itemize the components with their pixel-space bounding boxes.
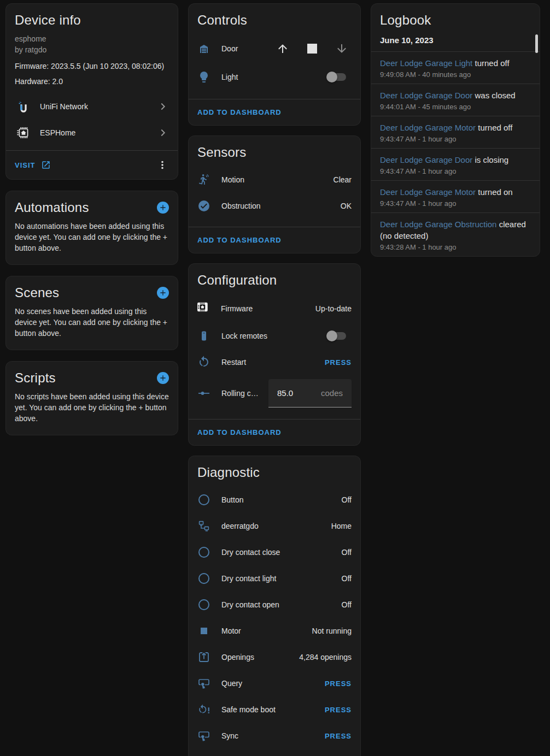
logbook-action: is closing xyxy=(475,155,508,164)
safe-mode-boot-press-button[interactable]: PRESS xyxy=(325,706,352,714)
automations-empty-text: No automations have been added using thi… xyxy=(6,220,178,264)
arrow-up-icon xyxy=(276,42,289,55)
logbook-entity-link[interactable]: Deer Lodge Garage Door xyxy=(380,155,472,164)
logbook-title: Logbook xyxy=(380,13,531,28)
configuration-add-to-dashboard-button[interactable]: ADD TO DASHBOARD xyxy=(193,423,286,442)
device-info-title: Device info xyxy=(15,13,169,28)
logbook-timestamp: 9:43:47 AM - 1 hour ago xyxy=(380,135,531,143)
controls-card: Controls Door Light A xyxy=(188,3,361,126)
chevron-right-icon xyxy=(157,127,169,139)
motion-sensor-icon xyxy=(197,173,210,186)
restart-press-button[interactable]: PRESS xyxy=(325,358,352,367)
gesture-tap-icon xyxy=(197,677,210,690)
integration-label: UniFi Network xyxy=(40,102,157,111)
scripts-card: Scripts No scripts have been added using… xyxy=(5,361,178,435)
circle-outline-icon xyxy=(197,572,210,585)
row-label: Sync xyxy=(221,731,325,740)
logbook-entity-link[interactable]: Deer Lodge Garage Light xyxy=(380,58,472,68)
logbook-entry[interactable]: Deer Lodge Garage Door was closed 9:44:0… xyxy=(371,84,540,116)
obstruction-label: Obstruction xyxy=(221,202,341,210)
logbook-date-header: June 10, 2023 xyxy=(371,31,540,51)
door-stop-button[interactable] xyxy=(306,42,319,55)
dry-contact-open-row[interactable]: Dry contact open Off xyxy=(189,592,360,618)
scripts-empty-text: No scripts have been added using this de… xyxy=(6,390,178,435)
row-value: Off xyxy=(342,600,352,609)
deerratgdo-row[interactable]: deerratgdo Home xyxy=(189,513,360,539)
logbook-timestamp: 9:43:28 AM - 1 hour ago xyxy=(380,243,531,251)
row-label: Query xyxy=(221,679,325,688)
integration-row-unifi[interactable]: UniFi Network xyxy=(6,93,178,120)
logbook-scrollbar[interactable] xyxy=(535,34,538,53)
light-label: Light xyxy=(221,73,327,81)
logbook-entry[interactable]: Deer Lodge Garage Motor turned off 9:43:… xyxy=(371,116,540,148)
light-toggle[interactable] xyxy=(327,73,346,81)
add-scene-button[interactable] xyxy=(157,287,169,299)
integration-label: ESPHome xyxy=(40,128,157,137)
motor-row[interactable]: Motor Not running xyxy=(189,618,360,644)
logbook-action: turned on xyxy=(478,187,512,197)
device-by: by ratgdo xyxy=(6,44,178,55)
garage-door-icon xyxy=(197,42,210,55)
logbook-entity-link[interactable]: Deer Lodge Garage Door xyxy=(380,91,472,100)
logbook-entry[interactable]: Deer Lodge Garage Obstruction cleared (n… xyxy=(371,212,540,256)
add-script-button[interactable] xyxy=(157,372,169,384)
lightbulb-icon xyxy=(197,70,210,84)
square-icon xyxy=(197,624,210,637)
door-close-button[interactable] xyxy=(335,42,348,55)
lock-remotes-toggle[interactable] xyxy=(327,332,346,340)
logbook-entry[interactable]: Deer Lodge Garage Door is closing 9:43:4… xyxy=(371,148,540,180)
configuration-title: Configuration xyxy=(197,273,352,288)
esphome-logo-icon xyxy=(15,124,32,141)
configuration-card: Configuration Firmware Up-to-date Lock r… xyxy=(188,263,361,446)
automations-title: Automations xyxy=(15,200,89,215)
query-row: Query PRESS xyxy=(189,670,360,696)
sync-row: Sync PRESS xyxy=(189,723,360,749)
integration-row-esphome[interactable]: ESPHome xyxy=(6,120,178,146)
toggle-knob xyxy=(326,330,337,341)
row-label: Dry contact light xyxy=(221,574,342,583)
button-row[interactable]: Button Off xyxy=(189,487,360,513)
visit-button[interactable]: VISIT xyxy=(10,155,55,175)
logbook-action: was closed xyxy=(475,91,515,100)
restart-label: Restart xyxy=(221,358,325,367)
logbook-entry[interactable]: Deer Lodge Garage Light turned off 9:49:… xyxy=(371,51,540,84)
sensors-title: Sensors xyxy=(197,145,352,160)
ray-vertex-icon xyxy=(197,387,210,400)
restart-alert-icon xyxy=(197,703,210,716)
scenes-empty-text: No scenes have been added using this dev… xyxy=(6,305,178,350)
controls-add-to-dashboard-button[interactable]: ADD TO DASHBOARD xyxy=(193,103,286,122)
openings-row[interactable]: Openings 4,284 openings xyxy=(189,644,360,670)
row-value: Off xyxy=(342,495,352,504)
logbook-entity-link[interactable]: Deer Lodge Garage Obstruction xyxy=(380,220,496,229)
logbook-entity-link[interactable]: Deer Lodge Garage Motor xyxy=(380,123,476,132)
stop-icon xyxy=(307,44,317,54)
scripts-title: Scripts xyxy=(15,370,56,386)
sensors-add-to-dashboard-button[interactable]: ADD TO DASHBOARD xyxy=(193,231,286,250)
unifi-network-logo-icon xyxy=(15,98,32,115)
scenes-card: Scenes No scenes have been added using t… xyxy=(5,276,178,350)
door-open-button[interactable] xyxy=(276,42,289,55)
query-press-button[interactable]: PRESS xyxy=(325,680,352,688)
dry-contact-light-row[interactable]: Dry contact light Off xyxy=(189,565,360,592)
row-label: deerratgdo xyxy=(221,522,331,530)
dry-contact-close-row[interactable]: Dry contact close Off xyxy=(189,539,360,565)
restart-icon xyxy=(197,356,210,369)
row-label: Motor xyxy=(221,627,312,635)
logbook-entry[interactable]: Deer Lodge Garage Motor turned on 9:43:4… xyxy=(371,180,540,212)
obstruction-value: OK xyxy=(341,202,352,210)
firmware-row[interactable]: Firmware Up-to-date xyxy=(189,294,360,323)
more-options-button[interactable] xyxy=(151,154,173,176)
obstruction-row[interactable]: Obstruction OK xyxy=(189,193,360,219)
check-circle-icon xyxy=(197,199,210,212)
add-automation-button[interactable] xyxy=(157,202,169,214)
rolling-code-input[interactable]: 85.0 codes xyxy=(268,379,352,407)
logbook-entity-link[interactable]: Deer Lodge Garage Motor xyxy=(380,187,476,197)
logbook-timestamp: 9:43:47 AM - 1 hour ago xyxy=(380,167,531,175)
sync-press-button[interactable]: PRESS xyxy=(325,732,352,740)
device-page: Device info esphome by ratgdo Firmware: … xyxy=(0,0,550,756)
motion-row[interactable]: Motion Clear xyxy=(189,167,360,193)
diagnostic-title: Diagnostic xyxy=(197,465,352,480)
remote-icon xyxy=(197,329,210,342)
row-value: Home xyxy=(331,522,352,530)
circle-outline-icon xyxy=(197,493,210,506)
